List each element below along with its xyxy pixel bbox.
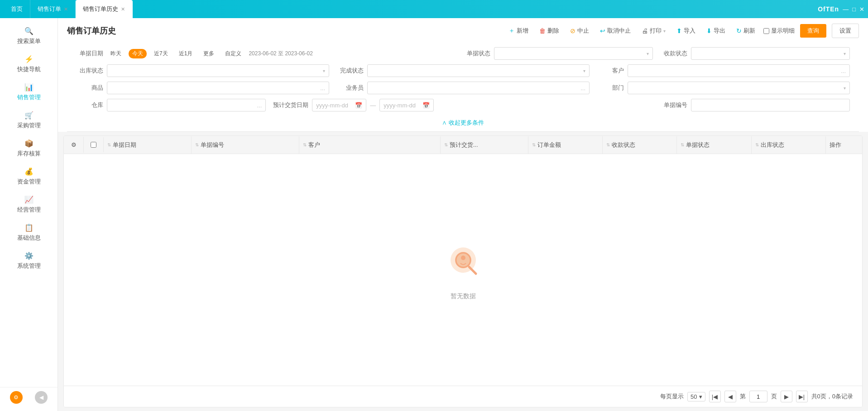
per-page-label: 每页显示	[660, 392, 684, 401]
import-button[interactable]: ⬆ 导入	[674, 25, 698, 37]
sidebar: 🔍 搜索菜单 ⚡ 快捷导航 📊 销售管理 🛒 采购管理 📦 库存核算 💰 资金管…	[0, 18, 58, 411]
top-bar-right: OfTEn — □ ✕	[818, 5, 864, 13]
sidebar-item-basic-info[interactable]: 📋 基础信息	[0, 218, 58, 247]
sort-delivery-icon: ⇅	[444, 142, 448, 147]
th-amount-label: 订单金额	[537, 141, 561, 149]
complete-status-select[interactable]: ▾	[367, 64, 590, 77]
th-checkbox[interactable]	[84, 137, 104, 152]
order-no-input[interactable]	[691, 99, 850, 111]
main-layout: 🔍 搜索菜单 ⚡ 快捷导航 📊 销售管理 🛒 采购管理 📦 库存核算 💰 资金管…	[0, 18, 868, 411]
sidebar-settings-icon[interactable]: ⚙	[10, 391, 23, 404]
cancel-stop-button[interactable]: ↩ 取消中止	[597, 25, 633, 37]
filter-customer: 客户 ...	[597, 64, 850, 77]
tab-home[interactable]: 首页	[4, 0, 30, 18]
import-icon: ⬆	[676, 27, 682, 34]
query-button[interactable]: 查询	[800, 24, 826, 38]
last-page-button[interactable]: ▶|	[796, 391, 808, 402]
th-settings[interactable]: ⚙	[64, 137, 84, 153]
th-outbound-status[interactable]: ⇅ 出库状态	[752, 136, 826, 154]
delivery-date-from[interactable]: yyyy-mm-dd 📅	[312, 99, 366, 111]
customer-dots[interactable]: ...	[841, 68, 846, 74]
new-button[interactable]: ＋ 新增	[506, 25, 531, 37]
th-collect-status[interactable]: ⇅ 收款状态	[603, 136, 677, 154]
next-page-button[interactable]: ▶	[781, 391, 792, 402]
th-customer[interactable]: ⇅ 客户	[299, 136, 441, 154]
tab-sales-order-close[interactable]: ✕	[64, 6, 68, 12]
delivery-date-label: 预计交货日期	[273, 101, 308, 109]
salesperson-input[interactable]: ...	[367, 82, 590, 94]
th-action-label: 操作	[830, 141, 841, 149]
display-columns-input[interactable]	[763, 28, 769, 34]
warehouse-input[interactable]: ...	[107, 99, 266, 111]
date-tag-7days[interactable]: 近7天	[150, 49, 172, 58]
date-tag-1month[interactable]: 近1月	[175, 49, 197, 58]
print-button[interactable]: 🖨 打印 ▾	[639, 25, 668, 37]
window-close[interactable]: ✕	[859, 6, 864, 13]
product-input[interactable]: ...	[107, 82, 329, 94]
window-minimize[interactable]: —	[843, 6, 849, 13]
order-no-label: 单据编号	[660, 101, 687, 109]
delivery-date-from-cal: 📅	[355, 102, 362, 109]
system-mgmt-icon: ⚙️	[24, 251, 34, 260]
customer-input[interactable]: ...	[628, 64, 850, 77]
th-delivery[interactable]: ⇅ 预计交货...	[441, 136, 528, 154]
page-size-value: 50	[691, 393, 697, 400]
page-number-input[interactable]	[749, 391, 767, 402]
filter-row-3: 商品 ... 业务员 ... 部门	[76, 82, 850, 94]
select-all-checkbox[interactable]	[91, 142, 96, 148]
page-header: 销售订单历史 ＋ 新增 🗑 删除 ⊘ 中止 ↩	[58, 18, 868, 132]
refresh-icon: ↻	[736, 27, 742, 34]
date-control: 昨天 今天 近7天 近1月 更多 自定义 2023-06-02 至 2023-0…	[107, 49, 456, 58]
print-chevron: ▾	[663, 29, 666, 34]
sidebar-item-inventory-calc[interactable]: 📦 库存核算	[0, 134, 58, 162]
filter-row-1: 单据日期 昨天 今天 近7天 近1月 更多 自定义 2023-06-02 至 2…	[76, 47, 850, 60]
th-order-no[interactable]: ⇅ 单据编号	[192, 136, 299, 154]
refresh-button[interactable]: ↻ 刷新	[734, 25, 758, 37]
first-page-button[interactable]: |◀	[709, 391, 721, 402]
purchase-mgmt-icon: 🛒	[24, 111, 34, 120]
tab-sales-order-history[interactable]: 销售订单历史 ✕	[76, 0, 133, 18]
collect-status-chevron: ▾	[844, 51, 846, 56]
th-date[interactable]: ⇅ 单据日期	[104, 136, 192, 154]
content-area: 销售订单历史 ＋ 新增 🗑 删除 ⊘ 中止 ↩	[58, 18, 868, 411]
sidebar-item-operations-mgmt[interactable]: 📈 经营管理	[0, 190, 58, 218]
department-select[interactable]: ▾	[628, 82, 850, 94]
sidebar-item-system-mgmt[interactable]: ⚙️ 系统管理	[0, 247, 58, 275]
tab-sales-order[interactable]: 销售订单 ✕	[30, 0, 76, 18]
tab-sales-order-history-close[interactable]: ✕	[121, 6, 125, 12]
date-tag-yesterday[interactable]: 昨天	[107, 49, 125, 58]
window-maximize[interactable]: □	[852, 6, 856, 13]
th-order-status[interactable]: ⇅ 单据状态	[677, 136, 751, 154]
th-order-status-label: 单据状态	[686, 141, 710, 149]
salesperson-dots[interactable]: ...	[580, 85, 585, 92]
date-tag-more[interactable]: 更多	[200, 49, 218, 58]
delivery-date-to[interactable]: yyyy-mm-dd 📅	[379, 99, 434, 111]
delivery-date-from-text: yyyy-mm-dd	[316, 102, 348, 109]
sidebar-item-search-menu[interactable]: 🔍 搜索菜单	[0, 22, 58, 50]
sidebar-item-purchase-mgmt[interactable]: 🛒 采购管理	[0, 106, 58, 134]
export-button[interactable]: ⬇ 导出	[704, 25, 728, 37]
warehouse-dots[interactable]: ...	[257, 102, 262, 109]
th-amount[interactable]: ⇅ 订单金额	[528, 136, 603, 154]
filter-date: 单据日期 昨天 今天 近7天 近1月 更多 自定义 2023-06-02 至 2…	[76, 49, 456, 58]
settings-button[interactable]: 设置	[832, 24, 859, 38]
product-dots[interactable]: ...	[320, 85, 325, 92]
empty-state: 暂无数据	[441, 240, 486, 300]
order-status-select[interactable]: ▾	[494, 47, 653, 60]
date-tag-custom[interactable]: 自定义	[221, 49, 245, 58]
display-columns-checkbox[interactable]: 显示明细	[763, 27, 795, 35]
prev-page-button[interactable]: ◀	[724, 391, 736, 402]
sidebar-item-capital-mgmt[interactable]: 💰 资金管理	[0, 162, 58, 190]
collect-status-select[interactable]: ▾	[691, 47, 850, 60]
sidebar-collapse-icon[interactable]: ◀	[35, 391, 48, 404]
stop-button[interactable]: ⊘ 中止	[567, 25, 592, 37]
delete-button[interactable]: 🗑 删除	[537, 25, 562, 37]
outbound-status-select[interactable]: ▾	[107, 64, 329, 77]
sidebar-item-quick-nav[interactable]: ⚡ 快捷导航	[0, 50, 58, 78]
sidebar-item-sales-mgmt[interactable]: 📊 销售管理	[0, 78, 58, 106]
filter-collapse[interactable]: ∧ 收起更多条件	[76, 116, 850, 127]
page-title: 销售订单历史	[67, 25, 116, 36]
date-tag-today[interactable]: 今天	[129, 49, 147, 58]
th-date-label: 单据日期	[113, 141, 136, 149]
page-size-select[interactable]: 50 ▾	[687, 392, 705, 401]
